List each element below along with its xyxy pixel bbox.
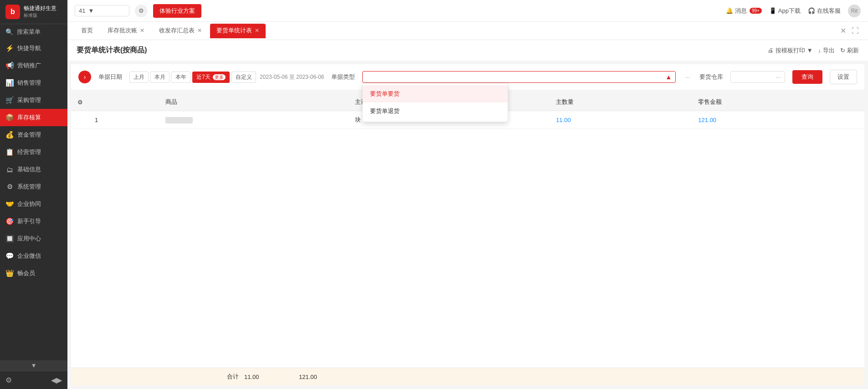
sidebar-item-label: 基础信息 bbox=[17, 165, 41, 174]
row-num-cell: 1 bbox=[89, 111, 160, 129]
vip-icon: 👑 bbox=[5, 269, 14, 277]
type-select-value bbox=[366, 74, 665, 81]
type-filter-label: 单据类型 bbox=[331, 73, 355, 81]
sidebar-item-finance[interactable]: 💰 资金管理 bbox=[0, 126, 67, 143]
tabs-bar: 首页 库存批次账 ✕ 收发存汇总表 ✕ 要货单统计表 ✕ ✕ ⛶ bbox=[67, 22, 868, 40]
sidebar-item-guide[interactable]: 🎯 新手引导 bbox=[0, 213, 67, 230]
prev-month-btn[interactable]: 上月 bbox=[129, 72, 149, 83]
dropdown-item-requisition-order[interactable]: 要货单要货 bbox=[363, 85, 508, 102]
app-download-item[interactable]: 📱 App下载 bbox=[769, 7, 801, 15]
sidebar-scroll-down[interactable]: ▼ bbox=[0, 360, 67, 371]
filter-settings-btn[interactable]: 设置 bbox=[830, 70, 857, 84]
tab-home[interactable]: 首页 bbox=[75, 24, 99, 38]
page-title: 要货单统计表(按商品) bbox=[77, 46, 147, 55]
warehouse-filter-label: 要货仓库 bbox=[699, 73, 723, 81]
col-settings[interactable]: ⚙ bbox=[71, 93, 89, 111]
sales-icon: 📊 bbox=[5, 79, 14, 87]
guide-icon: 🎯 bbox=[5, 217, 14, 225]
type-select[interactable]: ▲ bbox=[362, 71, 676, 83]
sidebar-item-quick-nav[interactable]: ⚡ 快捷导航 bbox=[0, 40, 67, 57]
tab-receivable-summary-label: 收发存汇总表 bbox=[159, 26, 195, 35]
col-quantity: 主数量 bbox=[550, 93, 693, 111]
logo-icon: b bbox=[5, 5, 20, 19]
sidebar-item-marketing[interactable]: 📢 营销推广 bbox=[0, 57, 67, 74]
sidebar-item-inventory[interactable]: 📦 库存核算 bbox=[0, 109, 67, 126]
settings-bottom-icon[interactable]: ⚙ bbox=[5, 376, 12, 384]
user-avatar[interactable]: Rit bbox=[848, 5, 861, 17]
search-icon: 🔍 bbox=[5, 28, 13, 36]
sidebar-item-wechat[interactable]: 💬 企业微信 bbox=[0, 247, 67, 265]
avatar-text: Rit bbox=[851, 8, 858, 14]
topbar: 41 ▼ ⚙ 体验行业方案 🔔 消息 99+ 📱 App下载 🎧 在线客服 Ri… bbox=[67, 0, 868, 22]
sidebar-item-purchase[interactable]: 🛒 采购管理 bbox=[0, 92, 67, 109]
sidebar-item-label: 库存核算 bbox=[17, 113, 41, 122]
trial-btn[interactable]: 体验行业方案 bbox=[153, 4, 201, 18]
apps-icon: 🔲 bbox=[5, 235, 14, 243]
tab-inventory-batch[interactable]: 库存批次账 ✕ bbox=[101, 24, 151, 38]
row-quantity-cell: 11.00 bbox=[550, 111, 693, 129]
last-7-days-label: 近7天 bbox=[196, 74, 211, 80]
sidebar-item-enterprise[interactable]: 🤝 企业协同 bbox=[0, 195, 67, 213]
more-badge: 更多 bbox=[213, 74, 226, 80]
col-product: 商品 bbox=[160, 93, 349, 111]
this-year-btn[interactable]: 本年 bbox=[171, 72, 190, 83]
sidebar-item-system[interactable]: ⚙ 系统管理 bbox=[0, 178, 67, 195]
maximize-icon[interactable]: ⛶ bbox=[850, 25, 861, 37]
sidebar-item-label: 资金管理 bbox=[17, 131, 41, 139]
topbar-settings-btn[interactable]: ⚙ bbox=[135, 5, 148, 17]
sidebar-item-basic[interactable]: 🗂 基础信息 bbox=[0, 161, 67, 178]
search-menu[interactable]: 🔍 搜索菜单 bbox=[0, 24, 67, 40]
tab-close-receivable-summary[interactable]: ✕ bbox=[197, 27, 202, 34]
refresh-btn[interactable]: ↻ 刷新 bbox=[840, 46, 859, 55]
collapse-sidebar-icon[interactable]: ◀▶ bbox=[51, 376, 62, 384]
notifications-item[interactable]: 🔔 消息 99+ bbox=[726, 7, 762, 15]
type-select-arrow-icon: ▲ bbox=[665, 73, 672, 81]
phone-icon: 📱 bbox=[769, 7, 776, 14]
app-download-label: App下载 bbox=[778, 7, 801, 15]
sidebar: b 畅捷通好生意 标准版 🔍 搜索菜单 ⚡ 快捷导航 📢 营销推广 📊 销售管理… bbox=[0, 0, 67, 389]
warehouse-select[interactable]: ··· bbox=[730, 71, 785, 83]
sidebar-item-label: 新手引导 bbox=[17, 217, 41, 225]
tab-requisition-summary[interactable]: 要货单统计表 ✕ bbox=[210, 24, 266, 38]
topbar-left: 41 ▼ ⚙ 体验行业方案 bbox=[75, 4, 201, 18]
sidebar-item-label: 系统管理 bbox=[17, 183, 41, 191]
sidebar-item-vip[interactable]: 👑 畅会员 bbox=[0, 265, 67, 282]
sidebar-item-label: 销售管理 bbox=[17, 79, 41, 87]
logo: b 畅捷通好生意 标准版 bbox=[0, 0, 67, 24]
sidebar-item-sales[interactable]: 📊 销售管理 bbox=[0, 74, 67, 92]
basic-icon: 🗂 bbox=[5, 166, 14, 174]
last-7-days-btn[interactable]: 近7天 更多 bbox=[192, 72, 230, 83]
dropdown-item-requisition-return[interactable]: 要货单退货 bbox=[363, 102, 508, 120]
custom-date-btn[interactable]: 自定义 bbox=[231, 72, 256, 83]
this-month-btn[interactable]: 本月 bbox=[150, 72, 169, 83]
close-all-tabs-icon[interactable]: ✕ bbox=[838, 25, 848, 37]
dropdown-item-requisition-return-label: 要货单退货 bbox=[370, 107, 400, 114]
sidebar-item-apps[interactable]: 🔲 应用中心 bbox=[0, 230, 67, 247]
filter-bar: › 单据日期 上月 本月 本年 近7天 更多 自定义 2023-05-06 至 … bbox=[71, 64, 864, 90]
online-service-label: 在线客服 bbox=[817, 7, 841, 15]
product-name-redacted bbox=[165, 117, 193, 123]
sidebar-item-label: 企业微信 bbox=[17, 252, 41, 260]
table-footer: 合计 11.00 121.00 bbox=[71, 368, 864, 385]
marketing-icon: 📢 bbox=[5, 61, 14, 70]
sidebar-item-label: 快捷导航 bbox=[17, 44, 41, 52]
tab-close-requisition-summary[interactable]: ✕ bbox=[255, 27, 259, 34]
date-range-display: 2023-05-06 至 2023-06-06 bbox=[260, 73, 324, 81]
sidebar-item-operation[interactable]: 📋 经营管理 bbox=[0, 143, 67, 161]
online-service-item[interactable]: 🎧 在线客服 bbox=[808, 7, 841, 15]
row-product-cell bbox=[160, 111, 349, 129]
finance-icon: 💰 bbox=[5, 131, 14, 139]
filter-expand-btn[interactable]: › bbox=[78, 71, 91, 83]
tab-receivable-summary[interactable]: 收发存汇总表 ✕ bbox=[153, 24, 208, 38]
company-select[interactable]: 41 ▼ bbox=[75, 5, 129, 16]
bell-icon: 🔔 bbox=[726, 7, 733, 14]
type-select-more-icon[interactable]: ··· bbox=[683, 73, 692, 81]
amount-link[interactable]: 121.00 bbox=[698, 117, 716, 123]
quantity-link[interactable]: 11.00 bbox=[556, 117, 571, 123]
operation-icon: 📋 bbox=[5, 148, 14, 156]
query-btn[interactable]: 查询 bbox=[792, 70, 822, 84]
print-template-btn[interactable]: 🖨 按模板打印 ▼ bbox=[768, 46, 813, 55]
export-btn[interactable]: ↓ 导出 bbox=[818, 46, 835, 55]
tab-close-inventory-batch[interactable]: ✕ bbox=[140, 27, 144, 34]
main-area: 41 ▼ ⚙ 体验行业方案 🔔 消息 99+ 📱 App下载 🎧 在线客服 Ri… bbox=[67, 0, 868, 389]
